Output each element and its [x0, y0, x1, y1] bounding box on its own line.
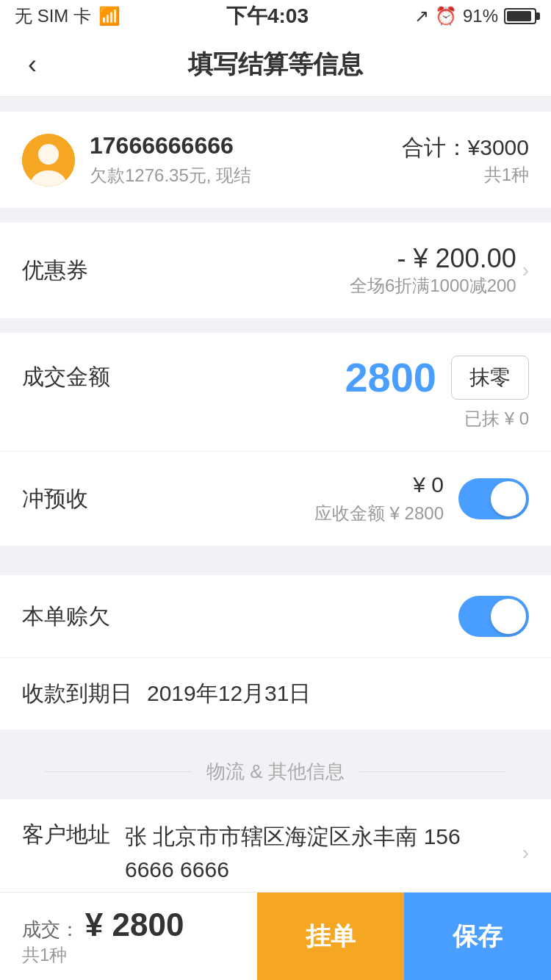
customer-card: 17666666666 欠款1276.35元, 现结 合计：¥3000 共1种 — [0, 112, 551, 208]
logistics-divider: 物流 & 其他信息 — [0, 744, 551, 799]
coupon-desc: 全场6折满1000减200 — [350, 274, 516, 298]
logistics-line-left — [45, 771, 192, 772]
battery-percent: 91% — [463, 6, 498, 26]
credit-toggle-knob — [491, 599, 526, 634]
total-amount: 合计：¥3000 — [402, 133, 529, 163]
bottom-deal-line: 成交： ¥ 2800 — [22, 907, 235, 943]
status-time: 下午4:03 — [226, 2, 309, 30]
customer-debt: 欠款1276.35元, 现结 — [90, 164, 251, 187]
address-section[interactable]: 客户地址 张 北京市市辖区海淀区永丰南 156 6666 6666 › — [0, 799, 551, 907]
deal-amount-value: 2800 — [345, 353, 436, 401]
address-chevron-icon: › — [522, 841, 529, 865]
divider-4 — [0, 729, 551, 744]
prepayment-right: ¥ 0 应收金额 ¥ 2800 — [314, 472, 444, 525]
status-bar: 无 SIM 卡 📶 下午4:03 ↗ ⏰ 91% — [0, 0, 551, 32]
divider-2 — [0, 318, 551, 333]
credit-section: 本单赊欠 — [0, 575, 551, 657]
customer-phone: 17666666666 — [90, 132, 251, 159]
carrier-label: 无 SIM 卡 — [15, 4, 91, 28]
svg-point-1 — [38, 144, 59, 165]
credit-label: 本单赊欠 — [22, 602, 110, 632]
bottom-deal-prefix: 成交： — [22, 918, 79, 940]
coupon-info: - ¥ 200.00 全场6折满1000减200 — [350, 243, 516, 298]
deal-right: 2800 抹零 — [345, 353, 529, 401]
nav-bar: ‹ 填写结算等信息 — [0, 32, 551, 97]
prepayment-row: 冲预收 ¥ 0 应收金额 ¥ 2800 — [0, 451, 551, 546]
divider-3 — [0, 546, 551, 561]
status-left: 无 SIM 卡 📶 — [15, 4, 120, 28]
bottom-count: 共1种 — [22, 943, 235, 967]
logistics-line-right — [359, 771, 506, 772]
divider-1 — [0, 208, 551, 223]
wifi-icon: 📶 — [98, 6, 120, 26]
round-button[interactable]: 抹零 — [451, 356, 529, 400]
coupon-right: - ¥ 200.00 全场6折满1000减200 › — [350, 243, 529, 298]
nav-title: 填写结算等信息 — [188, 48, 363, 82]
deal-amount-section: 成交金额 2800 抹零 已抹 ¥ 0 — [0, 333, 551, 451]
coupon-amount: - ¥ 200.00 — [350, 243, 516, 274]
deal-amount-label: 成交金额 — [22, 362, 110, 392]
address-label: 客户地址 — [22, 820, 110, 850]
coupon-label: 优惠券 — [22, 256, 88, 286]
prepayment-amount: ¥ 0 — [413, 472, 444, 497]
coupon-chevron-icon: › — [522, 259, 529, 282]
prepayment-toggle-knob — [491, 481, 526, 516]
customer-left: 17666666666 欠款1276.35元, 现结 — [22, 132, 251, 187]
alarm-icon: ⏰ — [435, 6, 457, 26]
due-date-label: 收款到期日 — [22, 679, 132, 709]
coupon-row[interactable]: 优惠券 - ¥ 200.00 全场6折满1000减200 › — [0, 223, 551, 318]
prepayment-label: 冲预收 — [22, 484, 88, 514]
hold-button[interactable]: 挂单 — [257, 893, 404, 981]
prepayment-desc: 应收金额 ¥ 2800 — [314, 502, 444, 525]
battery-icon — [504, 8, 536, 24]
deal-sub-text: 已抹 ¥ 0 — [22, 407, 529, 430]
back-button[interactable]: ‹ — [21, 42, 44, 87]
deal-amount-row: 成交金额 2800 抹零 — [22, 353, 529, 401]
location-icon: ↗ — [414, 6, 429, 26]
credit-toggle[interactable] — [458, 596, 529, 637]
bottom-bar: 成交： ¥ 2800 共1种 挂单 保存 — [0, 892, 551, 980]
content: 17666666666 欠款1276.35元, 现结 合计：¥3000 共1种 … — [0, 112, 551, 980]
bottom-summary: 成交： ¥ 2800 共1种 — [0, 907, 257, 967]
status-right: ↗ ⏰ 91% — [414, 6, 536, 26]
due-date-section: 收款到期日 2019年12月31日 — [0, 657, 551, 729]
logistics-label: 物流 & 其他信息 — [206, 759, 345, 785]
due-date-value: 2019年12月31日 — [147, 679, 311, 709]
save-button[interactable]: 保存 — [404, 893, 551, 981]
bottom-deal-amount: ¥ 2800 — [85, 907, 184, 943]
prepayment-toggle[interactable] — [458, 478, 529, 519]
avatar — [22, 134, 75, 187]
total-count: 共1种 — [402, 163, 529, 187]
address-value: 张 北京市市辖区海淀区永丰南 156 6666 6666 — [125, 820, 515, 886]
customer-info: 17666666666 欠款1276.35元, 现结 — [90, 132, 251, 187]
customer-right: 合计：¥3000 共1种 — [402, 133, 529, 187]
